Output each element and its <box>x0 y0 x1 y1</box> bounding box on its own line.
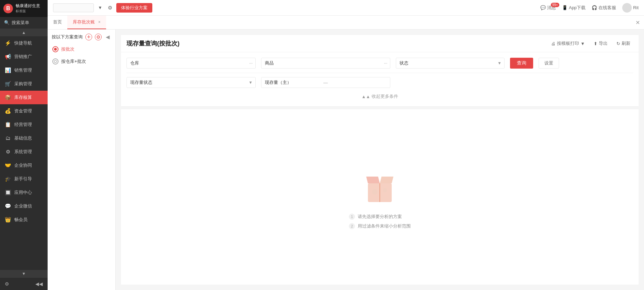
user-name: Rit <box>633 5 639 10</box>
topbar-dropdown-btn[interactable]: ▼ <box>97 4 104 11</box>
message-badge: 99+ <box>551 3 559 7</box>
messages-btn[interactable]: 💬 消息 99+ <box>540 5 556 11</box>
inventory-status-arrow[interactable]: ▼ <box>246 80 255 85</box>
page-title: 现存量查询(按批次) <box>126 39 180 48</box>
page-title-bar: 现存量查询(按批次) 🖨 按模板打印 ▼ ⬆ 导出 ↻ 刷新 <box>121 35 639 52</box>
product-more-icon[interactable]: ··· <box>381 61 390 66</box>
sidebar-settings-icon[interactable]: ⚙ <box>5 281 9 287</box>
inventory-status-input[interactable] <box>156 79 246 87</box>
sidebar-item-apps[interactable]: 🔲 应用中心 <box>0 186 48 199</box>
sidebar-item-operations[interactable]: 📋 经营管理 <box>0 118 48 131</box>
panel-collapse-icon[interactable]: ◀ <box>104 34 111 40</box>
messages-icon: 💬 <box>540 5 546 10</box>
current-qty-min-input[interactable] <box>295 79 322 87</box>
collapse-row[interactable]: ▲▲ 收起更多条件 <box>126 92 633 101</box>
sidebar-item-enterprise-label: 企业协同 <box>14 162 32 168</box>
tab-close-main-icon[interactable]: ✕ <box>635 19 640 26</box>
sidebar: B 畅康通好生意 标准版 🔍 搜索菜单 ▲ ⚡ 快捷导航 📢 营销推广 📊 销售… <box>0 0 48 290</box>
title-actions: 🖨 按模板打印 ▼ ⬆ 导出 ↻ 刷新 <box>548 39 633 48</box>
sidebar-scroll-up[interactable]: ▲ <box>0 29 48 36</box>
search-menu-item[interactable]: 🔍 搜索菜单 <box>0 17 48 29</box>
warehouse-input[interactable] <box>142 59 247 67</box>
svg-marker-4 <box>380 177 393 183</box>
empty-step-2: 2 用过滤条件来缩小分析范围 <box>349 223 411 229</box>
svg-point-1 <box>54 60 57 63</box>
schema-by-warehouse-batch[interactable]: 按仓库+批次 <box>48 55 115 68</box>
product-field[interactable]: 商品 ··· <box>261 58 390 69</box>
app-download-btn[interactable]: 📱 App下载 <box>562 5 586 11</box>
collapse-label: 收起更多条件 <box>372 93 398 99</box>
schema-warehouse-batch-label: 按仓库+批次 <box>61 58 86 65</box>
status-arrow-icon[interactable]: ▼ <box>495 61 504 66</box>
sidebar-item-purchase-label: 采购管理 <box>14 81 32 87</box>
inventory-status-field[interactable]: 现存量状态 ▼ <box>126 77 256 88</box>
sidebar-item-finance-label: 资金管理 <box>14 108 32 114</box>
export-btn[interactable]: ⬆ 导出 <box>591 39 610 48</box>
sidebar-item-finance[interactable]: 💰 资金管理 <box>0 104 48 118</box>
step-2-text: 用过滤条件来缩小分析范围 <box>358 223 411 229</box>
schema-by-batch[interactable]: 按批次 <box>48 43 115 55</box>
sidebar-item-quick-nav-label: 快捷导航 <box>14 40 32 46</box>
status-input[interactable] <box>412 59 495 67</box>
online-service-label: 在线客服 <box>598 5 616 11</box>
export-label: 导出 <box>599 40 608 47</box>
schema-warehouse-batch-icon <box>52 58 58 65</box>
sidebar-nav: ⚡ 快捷导航 📢 营销推广 📊 销售管理 🛒 采购管理 📦 库存核算 💰 资金管… <box>0 36 48 270</box>
query-btn[interactable]: 查询 <box>510 58 533 69</box>
sidebar-item-member[interactable]: 👑 畅会员 <box>0 213 48 226</box>
sidebar-item-quick-nav[interactable]: ⚡ 快捷导航 <box>0 36 48 50</box>
topbar-gear-icon[interactable]: ⚙ <box>108 5 112 11</box>
empty-image <box>359 165 400 205</box>
trial-btn[interactable]: 体验行业方案 <box>116 3 152 13</box>
sidebar-item-sales[interactable]: 📊 销售管理 <box>0 64 48 77</box>
sidebar-item-enterprise[interactable]: 🤝 企业协同 <box>0 159 48 172</box>
svg-point-6 <box>372 189 377 195</box>
topbar-search-input[interactable] <box>53 3 94 12</box>
current-qty-max-input[interactable] <box>329 79 356 87</box>
warehouse-field[interactable]: 仓库 ··· <box>126 58 256 69</box>
sidebar-item-marketing[interactable]: 📢 营销推广 <box>0 50 48 64</box>
print-template-label: 按模板打印 <box>557 40 579 47</box>
sidebar-item-wechat[interactable]: 💬 企业微信 <box>0 199 48 213</box>
sidebar-item-guide-label: 新手引导 <box>14 176 32 182</box>
sales-icon: 📊 <box>5 67 11 73</box>
svg-point-0 <box>54 48 57 51</box>
left-panel-header: 按以下方案查询 + ⚙ ◀ <box>48 34 115 43</box>
step-1-text: 请先选择要分析的方案 <box>358 214 402 220</box>
status-field[interactable]: 状态 ▼ <box>396 58 505 69</box>
warehouse-more-icon[interactable]: ··· <box>247 61 255 66</box>
sidebar-item-basics[interactable]: 🗂 基础信息 <box>0 131 48 145</box>
left-panel-actions: + ⚙ ◀ <box>85 34 111 40</box>
sidebar-item-purchase[interactable]: 🛒 采购管理 <box>0 77 48 91</box>
print-template-btn[interactable]: 🖨 按模板打印 ▼ <box>548 39 588 48</box>
user-profile-btn[interactable]: Rit <box>622 3 639 13</box>
search-icon: 🔍 <box>4 20 10 25</box>
sidebar-item-system[interactable]: ⚙ 系统管理 <box>0 145 48 159</box>
refresh-btn[interactable]: ↻ 刷新 <box>614 39 633 48</box>
sidebar-item-guide[interactable]: 🎓 新手引导 <box>0 172 48 186</box>
page-container: 按以下方案查询 + ⚙ ◀ 按批次 按仓库+批次 <box>48 30 644 290</box>
purchase-icon: 🛒 <box>5 81 11 87</box>
tab-batch-close[interactable]: × <box>98 20 101 24</box>
online-service-btn[interactable]: 🎧 在线客服 <box>592 5 616 11</box>
basics-icon: 🗂 <box>5 135 11 141</box>
sidebar-collapse-icon[interactable]: ◀◀ <box>35 281 43 287</box>
sidebar-item-inventory[interactable]: 📦 库存核算 <box>0 91 48 104</box>
status-label: 状态 <box>396 60 412 66</box>
add-schema-icon[interactable]: + <box>85 34 92 40</box>
tab-home[interactable]: 首页 <box>48 16 67 29</box>
sidebar-scroll-down[interactable]: ▼ <box>0 270 48 277</box>
schema-settings-icon[interactable]: ⚙ <box>95 34 102 40</box>
empty-steps: 1 请先选择要分析的方案 2 用过滤条件来缩小分析范围 <box>349 214 411 229</box>
settings-btn[interactable]: 设置 <box>539 58 559 69</box>
apps-icon: 🔲 <box>5 189 11 196</box>
product-input[interactable] <box>277 59 381 67</box>
step-2-num: 2 <box>349 223 355 229</box>
tab-batch-label: 库存批次账 <box>73 19 95 24</box>
filter-row-1: 仓库 ··· 商品 ··· 状态 ▼ <box>126 58 633 69</box>
current-qty-field[interactable]: 现存量（主） — <box>261 77 390 88</box>
tab-batch-account[interactable]: 库存批次账 × <box>67 16 106 29</box>
wechat-icon: 💬 <box>5 203 11 209</box>
step-1-num: 1 <box>349 214 355 220</box>
tab-home-label: 首页 <box>53 19 62 24</box>
